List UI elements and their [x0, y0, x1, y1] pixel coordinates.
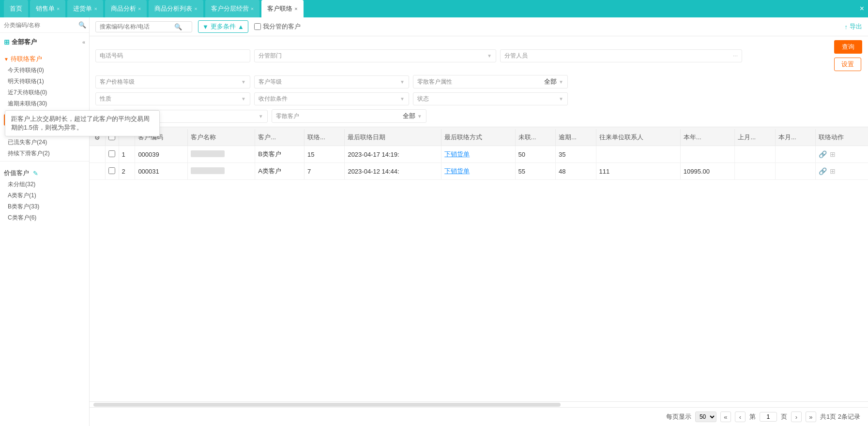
row1-contact: 15: [304, 146, 344, 163]
query-button[interactable]: 查询: [834, 40, 862, 54]
status-field[interactable]: 状态 ▼: [413, 92, 568, 105]
row2-method-link[interactable]: 下销货单: [444, 167, 470, 175]
col-this-month[interactable]: 本月...: [775, 129, 815, 146]
sidebar-group-pending-title[interactable]: ▼ 待联络客户: [0, 53, 89, 65]
col-overdue[interactable]: 逾期...: [556, 129, 596, 146]
nav-tab-home[interactable]: 首页: [4, 0, 28, 17]
dept-label: 分管部门: [259, 52, 487, 60]
my-customers-checkbox[interactable]: [254, 23, 261, 30]
prev-page-icon: ‹: [739, 413, 741, 421]
nav-tab-analysis[interactable]: 商品分析 ×: [105, 0, 147, 17]
all-customers-label: 全部客户: [12, 38, 37, 46]
col-last-month[interactable]: 上月...: [735, 129, 775, 146]
nav-tab-analysis-list-close[interactable]: ×: [194, 6, 197, 12]
col-this-year[interactable]: 本年...: [680, 129, 735, 146]
row1-link-icon[interactable]: 🔗: [819, 150, 827, 158]
row1-grid-icon[interactable]: ⊞: [830, 150, 836, 158]
customer-level-dropdown-icon: ▼: [400, 79, 405, 85]
sidebar-search-icon[interactable]: 🔍: [78, 21, 86, 29]
col-unread[interactable]: 未联...: [515, 129, 555, 146]
dept-field[interactable]: 分管部门 ▼: [254, 49, 496, 62]
first-page-icon: «: [724, 413, 727, 421]
sidebar-search-input[interactable]: [4, 22, 76, 29]
sidebar-item-class-b[interactable]: B类客户(33): [0, 201, 89, 212]
settings-button[interactable]: 设置: [834, 58, 861, 71]
sidebar-item-declining[interactable]: 持续下滑客户(2): [0, 148, 89, 159]
horizontal-scrollbar[interactable]: [90, 401, 868, 407]
col-name[interactable]: 客户名称: [188, 129, 255, 146]
customer-level-field[interactable]: 客户等级 ▼: [254, 75, 409, 88]
row1-method-link[interactable]: 下销货单: [444, 150, 470, 158]
row2-last-method[interactable]: 下销货单: [442, 163, 515, 180]
more-conditions-btn[interactable]: ▼ 更多条件 ▲: [198, 20, 248, 33]
row2-link-icon[interactable]: 🔗: [819, 167, 827, 175]
sidebar-item-class-c[interactable]: C类客户(6): [0, 212, 89, 223]
row2-grid-icon[interactable]: ⊞: [830, 167, 836, 175]
nav-tab-customer-tier[interactable]: 客户分层经营 ×: [205, 0, 259, 17]
nav-tab-home-label: 首页: [10, 4, 22, 13]
nav-tab-customer-tier-close[interactable]: ×: [251, 6, 254, 12]
nav-tab-analysis-close[interactable]: ×: [138, 6, 141, 12]
row1-check[interactable]: [108, 150, 115, 157]
prev-page-btn[interactable]: ‹: [735, 411, 746, 422]
sidebar-item-ungroup[interactable]: 未分组(32): [0, 179, 89, 190]
gender-field[interactable]: 性质 ▼: [95, 92, 250, 105]
page-input[interactable]: [760, 412, 777, 422]
retail-attr-field[interactable]: 零散客户属性 全部 ▼: [413, 75, 568, 88]
search-icon[interactable]: 🔍: [174, 23, 182, 30]
first-page-btn[interactable]: «: [720, 411, 731, 422]
main-search-input[interactable]: [100, 23, 172, 30]
gender-label: 性质: [100, 95, 241, 103]
next-page-btn[interactable]: ›: [791, 411, 802, 422]
nav-tab-purchase-close[interactable]: ×: [94, 6, 97, 12]
sidebar-item-tomorrow[interactable]: 明天待联络(1): [0, 76, 89, 87]
edit-icon[interactable]: ✎: [33, 170, 38, 177]
value-group-label: 价值客户: [4, 169, 29, 177]
col-last-date[interactable]: 最后联络日期: [345, 129, 442, 146]
nav-tab-sales[interactable]: 销售单 ×: [30, 0, 65, 17]
row2-contact: 7: [304, 163, 344, 180]
row2-customer-type: A类客户: [255, 163, 305, 180]
manager-label: 分管人员: [504, 52, 733, 60]
last-page-btn[interactable]: »: [806, 411, 816, 422]
col-contact[interactable]: 联络...: [304, 129, 344, 146]
row1-this-year: [680, 146, 735, 163]
retail-attr-value: 全部: [544, 77, 557, 86]
nav-tab-purchase[interactable]: 进货单 ×: [67, 0, 103, 17]
row1-checkbox: [105, 146, 119, 163]
sidebar-item-lost[interactable]: 已流失客户(24): [0, 137, 89, 148]
retail-customer-field[interactable]: 零散客户 全部 ▼: [272, 109, 426, 123]
sidebar-item-class-a[interactable]: A类客户(1): [0, 190, 89, 201]
filter-row-4: ··· 客户类型 ▼ 零散客户 全部 ▼: [95, 109, 862, 123]
col-actions: 联络动作: [816, 129, 868, 146]
sidebar-collapse-btn[interactable]: «: [82, 39, 85, 45]
nav-tab-analysis-list[interactable]: 商品分析列表 ×: [149, 0, 203, 17]
manager-field[interactable]: 分管人员 ···: [500, 49, 742, 62]
price-level-field[interactable]: 客户价格等级 ▼: [95, 75, 250, 88]
col-contacts[interactable]: 往来单位联系人: [596, 129, 680, 146]
col-customer-type[interactable]: 客户...: [255, 129, 305, 146]
nav-tab-customer-contact-close[interactable]: ×: [294, 6, 297, 12]
row2-name: [188, 163, 255, 180]
sidebar-search-area: 🔍: [0, 17, 89, 33]
sidebar-item-today[interactable]: 今天待联络(0): [0, 65, 89, 76]
nav-tab-customer-contact[interactable]: 客户联络 ×: [261, 0, 303, 17]
window-close-button[interactable]: ×: [860, 4, 864, 13]
row2-check[interactable]: [108, 167, 115, 174]
sidebar-value-title[interactable]: 价值客户 ✎: [0, 167, 89, 179]
per-page-select[interactable]: 50: [695, 411, 716, 422]
phone-field[interactable]: 电话号码: [95, 49, 250, 62]
nav-tab-sales-close[interactable]: ×: [57, 6, 60, 12]
sidebar-value-group: 价值客户 ✎ 未分组(32) A类客户(1) B类客户(33) C类客户(6): [0, 167, 89, 223]
sidebar-item-overdue[interactable]: 逾期未联络(30): [0, 98, 89, 109]
retail-attr-label: 零散客户属性: [417, 78, 542, 86]
my-customers-check[interactable]: 我分管的客户: [254, 22, 301, 31]
sidebar-title-all[interactable]: ⊞ 全部客户 «: [4, 36, 85, 48]
payment-field[interactable]: 收付款条件 ▼: [254, 92, 409, 105]
filter-row-1: 电话号码 分管部门 ▼ 分管人员 ··· 查询 设置: [95, 40, 862, 71]
export-button[interactable]: ↑ 导出: [845, 22, 863, 31]
next-page-icon: ›: [795, 413, 797, 421]
col-last-method[interactable]: 最后联络方式: [442, 129, 515, 146]
sidebar-item-7days[interactable]: 近7天待联络(0): [0, 87, 89, 98]
row1-last-method[interactable]: 下销货单: [442, 146, 515, 163]
